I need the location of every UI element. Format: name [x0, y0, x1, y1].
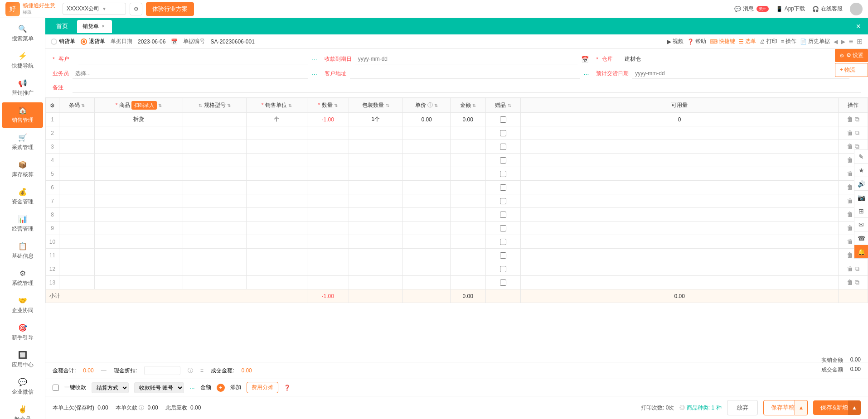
copy-icon-12[interactable]: ⧉ — [855, 279, 859, 286]
cell-spec-4[interactable] — [183, 167, 247, 181]
cell-pkg-qty-6[interactable] — [349, 194, 403, 208]
cell-amount-3[interactable] — [450, 154, 485, 167]
tab-home[interactable]: 首页 — [49, 19, 75, 33]
delete-icon-11[interactable]: 🗑 — [847, 265, 853, 273]
sidebar-item-marketing[interactable]: 📢 营销推广 — [2, 75, 43, 101]
tab-sales-order[interactable]: 销货单 × — [77, 20, 112, 33]
gift-checkbox-6[interactable] — [500, 198, 506, 204]
cell-product-8[interactable] — [94, 222, 183, 235]
fee-split-btn[interactable]: 费用分摊 — [247, 382, 278, 393]
cell-price-10[interactable] — [403, 249, 451, 262]
cell-unit-4[interactable] — [247, 167, 307, 181]
tab-close-far-icon[interactable]: × — [852, 22, 864, 31]
cell-amount-7[interactable] — [450, 208, 485, 222]
cell-spec-6[interactable] — [183, 194, 247, 208]
cell-barcode-1[interactable] — [59, 126, 95, 140]
payment-calendar-icon[interactable]: 📅 — [581, 56, 589, 63]
cell-gift-11[interactable] — [485, 262, 521, 276]
delete-icon-10[interactable]: 🗑 — [847, 251, 853, 259]
cell-gift-4[interactable] — [485, 167, 521, 181]
cell-gift-0[interactable] — [485, 113, 521, 126]
copy-icon-1[interactable]: ⧉ — [855, 129, 859, 137]
cell-pkg-qty-2[interactable] — [349, 140, 403, 154]
cell-pkg-qty-0[interactable]: 1个 — [349, 113, 403, 126]
cell-spec-12[interactable] — [183, 276, 247, 289]
cell-product-9[interactable] — [94, 235, 183, 249]
cell-pkg-qty-10[interactable] — [349, 249, 403, 262]
sidebar-item-inventory[interactable]: 📦 库存核算 — [2, 157, 43, 182]
cell-product-0[interactable]: 拆货 — [94, 113, 183, 126]
copy-icon-11[interactable]: ⧉ — [855, 265, 859, 273]
cell-pkg-qty-4[interactable] — [349, 167, 403, 181]
cell-barcode-11[interactable] — [59, 262, 95, 276]
cell-price-8[interactable] — [403, 222, 451, 235]
sort-icon-barcode[interactable]: ⇅ — [81, 103, 85, 108]
operate-btn[interactable]: ≡ 操作 — [781, 38, 796, 45]
cell-qty-7[interactable] — [307, 208, 349, 222]
cell-unit-7[interactable] — [247, 208, 307, 222]
cell-barcode-9[interactable] — [59, 235, 95, 249]
cell-amount-2[interactable] — [450, 140, 485, 154]
payment-account-select[interactable]: 收款账号 账号 — [134, 382, 184, 393]
app-download-btn[interactable]: 📱 App下载 — [776, 5, 805, 13]
cell-barcode-7[interactable] — [59, 208, 95, 222]
cell-pkg-qty-9[interactable] — [349, 235, 403, 249]
sort-icon-amount[interactable]: ⇅ — [472, 103, 476, 108]
cell-qty-9[interactable] — [307, 235, 349, 249]
cell-unit-11[interactable] — [247, 262, 307, 276]
avatar[interactable] — [850, 3, 863, 15]
cell-product-3[interactable] — [94, 154, 183, 167]
sort-icon-price[interactable]: ⇅ — [434, 103, 438, 108]
delete-icon-9[interactable]: 🗑 — [847, 238, 853, 246]
sidebar-item-system[interactable]: ⚙ 系统管理 — [2, 265, 43, 291]
cell-qty-1[interactable] — [307, 126, 349, 140]
cell-amount-9[interactable] — [450, 235, 485, 249]
float-btn-grid[interactable]: ⊞ — [854, 204, 868, 218]
help-btn[interactable]: ❓ 帮助 — [687, 38, 706, 45]
payment-method-select[interactable]: 结算方式 — [92, 382, 129, 393]
tab-close-icon[interactable]: × — [102, 23, 105, 29]
cell-qty-4[interactable] — [307, 167, 349, 181]
cell-price-4[interactable] — [403, 167, 451, 181]
customer-select-icon[interactable]: ··· — [312, 56, 317, 63]
cell-price-7[interactable] — [403, 208, 451, 222]
customer-input[interactable] — [78, 54, 308, 64]
cell-pkg-qty-3[interactable] — [349, 154, 403, 167]
float-btn-audio[interactable]: 🔊 — [854, 177, 868, 191]
cell-unit-2[interactable] — [247, 140, 307, 154]
cell-price-0[interactable]: 0.00 — [403, 113, 451, 126]
cell-pkg-qty-11[interactable] — [349, 262, 403, 276]
cell-price-12[interactable] — [403, 276, 451, 289]
float-btn-star[interactable]: ★ — [854, 164, 868, 177]
delete-icon-12[interactable]: 🗑 — [847, 279, 853, 286]
cell-barcode-8[interactable] — [59, 222, 95, 235]
cell-amount-1[interactable] — [450, 126, 485, 140]
cell-amount-6[interactable] — [450, 194, 485, 208]
price-info-icon[interactable]: ⓘ — [427, 102, 433, 108]
cell-qty-0[interactable]: -1.00 — [307, 113, 349, 126]
cell-spec-0[interactable] — [183, 113, 247, 126]
delete-icon-8[interactable]: 🗑 — [847, 224, 853, 232]
payment-date-input[interactable] — [355, 54, 578, 64]
cell-pkg-qty-5[interactable] — [349, 181, 403, 194]
sidebar-item-member[interactable]: ✌ 畅会员 — [2, 401, 43, 419]
cell-barcode-10[interactable] — [59, 249, 95, 262]
add-payment-btn[interactable]: + — [217, 384, 225, 392]
cell-unit-5[interactable] — [247, 181, 307, 194]
cell-gift-5[interactable] — [485, 181, 521, 194]
print-btn[interactable]: 🖨 打印 — [760, 38, 777, 45]
cell-barcode-5[interactable] — [59, 181, 95, 194]
message-btn[interactable]: 💬 消息 99+ — [734, 5, 769, 13]
gift-checkbox-9[interactable] — [500, 239, 506, 245]
cell-unit-6[interactable] — [247, 194, 307, 208]
online-service-btn[interactable]: 🎧 在线客服 — [812, 5, 843, 13]
cell-spec-9[interactable] — [183, 235, 247, 249]
sidebar-item-quick-nav[interactable]: ⚡ 快捷导航 — [2, 48, 43, 73]
save-new-button[interactable]: 保存&新增 — [813, 400, 848, 415]
logistics-action-btn[interactable]: + 物流 — [835, 63, 868, 77]
cell-product-7[interactable] — [94, 208, 183, 222]
debt-info-icon[interactable]: ⓘ — [139, 405, 144, 411]
cell-pkg-qty-1[interactable] — [349, 126, 403, 140]
cell-price-3[interactable] — [403, 154, 451, 167]
calendar-icon[interactable]: 📅 — [171, 39, 178, 45]
